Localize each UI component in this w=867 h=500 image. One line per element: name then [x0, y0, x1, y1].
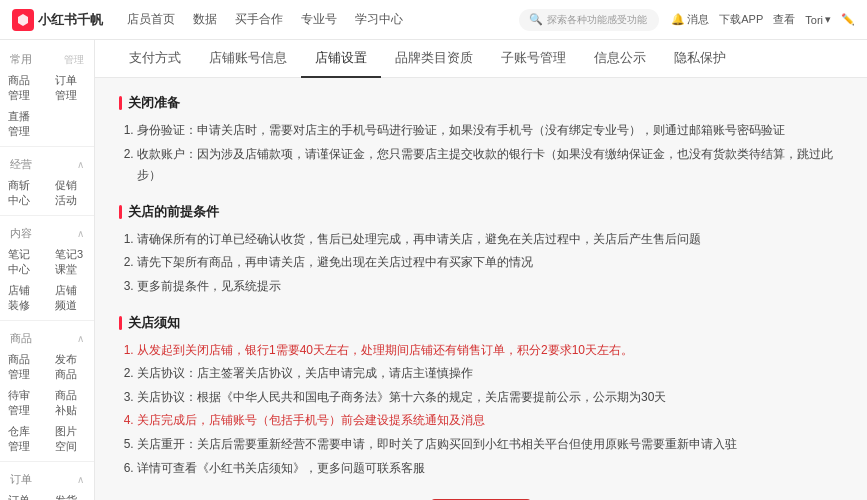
section-title-1: 关闭准备: [119, 94, 843, 112]
tab-privacy[interactable]: 隐私保护: [660, 40, 740, 78]
section-title-bar: [119, 96, 122, 110]
top-right-area: 🔔 消息 下载APP 查看 Tori ▾ ✏️: [671, 12, 855, 27]
sidebar-item-goods-mgmt[interactable]: 商品管理: [0, 70, 47, 106]
sidebar-section-order: 订单 ∧: [0, 466, 94, 490]
section-title-2: 关店的前提条件: [119, 203, 843, 221]
sidebar-section-content: 内容 ∧: [0, 220, 94, 244]
tab-brand-category[interactable]: 品牌类目资质: [381, 40, 487, 78]
sidebar-item-warehouse[interactable]: 仓库管理: [0, 421, 47, 457]
chevron-down-icon: ▾: [825, 13, 831, 26]
view-button[interactable]: 查看: [773, 12, 795, 27]
list-item: 详情可查看《小红书关店须知》，更多问题可联系客服: [137, 458, 843, 480]
list-item: 关店协议：店主签署关店协议，关店申请完成，请店主谨慎操作: [137, 363, 843, 385]
sidebar-goods-collapse[interactable]: ∧: [77, 333, 84, 344]
sidebar-item-publish-goods[interactable]: 发布商品: [47, 349, 94, 385]
tab-info-display[interactable]: 信息公示: [580, 40, 660, 78]
nav-link-home[interactable]: 店员首页: [119, 7, 183, 32]
sidebar: 常用 管理 商品管理 订单管理 直播管理 经营 ∧ 商斩中心 促销活动 内容 ∧…: [0, 40, 95, 500]
logo-icon: [12, 9, 34, 31]
sidebar-operation-collapse[interactable]: ∧: [77, 159, 84, 170]
search-placeholder: 探索各种功能感受功能: [547, 13, 647, 27]
sidebar-item-merchant-center[interactable]: 商斩中心: [0, 175, 47, 211]
sidebar-item-order-manage[interactable]: 订单管理: [0, 490, 47, 500]
section-content-3: 从发起到关闭店铺，银行1需要40天左右，处理期间店铺还有销售订单，积分2要求10…: [119, 340, 843, 480]
section-content-1: 身份验证：申请关店时，需要对店主的手机号码进行验证，如果没有手机号（没有绑定专业…: [119, 120, 843, 187]
section-close-preparation: 关闭准备 身份验证：申请关店时，需要对店主的手机号码进行验证，如果没有手机号（没…: [119, 94, 843, 187]
list-item: 身份验证：申请关店时，需要对店主的手机号码进行验证，如果没有手机号（没有绑定专业…: [137, 120, 843, 142]
sidebar-item-shop-decor[interactable]: 店铺装修: [0, 280, 47, 316]
sidebar-item-order-mgmt[interactable]: 订单管理: [47, 70, 94, 106]
section-content-2: 请确保所有的订单已经确认收货，售后已处理完成，再申请关店，避免在关店过程中，关店…: [119, 229, 843, 298]
nav-link-pro[interactable]: 专业号: [293, 7, 345, 32]
search-icon: 🔍: [529, 13, 543, 26]
download-app-button[interactable]: 下载APP: [719, 12, 763, 27]
section-title-bar-3: [119, 316, 122, 330]
edit-icon[interactable]: ✏️: [841, 13, 855, 26]
tab-payment[interactable]: 支付方式: [115, 40, 195, 78]
list-item: 更多前提条件，见系统提示: [137, 276, 843, 298]
list-item: 关店完成后，店铺账号（包括手机号）前会建设提系统通知及消息: [137, 410, 843, 432]
nav-link-learn[interactable]: 学习中心: [347, 7, 411, 32]
section-title-bar-2: [119, 205, 122, 219]
list-item: 关店重开：关店后需要重新经营不需要申请，即时关了店购买回到小红书相关平台但使用原…: [137, 434, 843, 456]
sidebar-common-items: 商品管理 订单管理 直播管理: [0, 70, 94, 142]
sidebar-order-collapse[interactable]: ∧: [77, 474, 84, 485]
sidebar-item-live-mgmt[interactable]: 直播管理: [0, 106, 47, 142]
logo-area: 小红书千帆: [12, 9, 103, 31]
page-content: 关闭准备 身份验证：申请关店时，需要对店主的手机号码进行验证，如果没有手机号（没…: [95, 78, 867, 500]
list-item: 收款账户：因为涉及店铺款项，请谨保证金，您只需要店主提交收款的银行卡（如果没有缴…: [137, 144, 843, 187]
sidebar-section-common-label: 常用: [10, 52, 32, 67]
sidebar-item-image-space[interactable]: 图片空间: [47, 421, 94, 457]
tab-shop-account[interactable]: 店铺账号信息: [195, 40, 301, 78]
nav-link-buyer[interactable]: 买手合作: [227, 7, 291, 32]
sidebar-item-promotion[interactable]: 促销活动: [47, 175, 94, 211]
sidebar-item-pending-review[interactable]: 待审管理: [0, 385, 47, 421]
section-notice: 关店须知 从发起到关闭店铺，银行1需要40天左右，处理期间店铺还有销售订单，积分…: [119, 314, 843, 480]
logo-text: 小红书千帆: [38, 11, 103, 29]
sidebar-section-operation: 经营 ∧: [0, 151, 94, 175]
list-item: 从发起到关闭店铺，银行1需要40天左右，处理期间店铺还有销售订单，积分2要求10…: [137, 340, 843, 362]
section-title-3: 关店须知: [119, 314, 843, 332]
search-bar[interactable]: 🔍 探索各种功能感受功能: [519, 9, 659, 31]
sidebar-item-goods-manage[interactable]: 商品管理: [0, 349, 47, 385]
list-item: 关店协议：根据《中华人民共和国电子商务法》第十六条的规定，关店需要提前公示，公示…: [137, 387, 843, 409]
user-name[interactable]: Tori ▾: [805, 13, 831, 26]
main-layout: 常用 管理 商品管理 订单管理 直播管理 经营 ∧ 商斩中心 促销活动 内容 ∧…: [0, 40, 867, 500]
tab-shop-settings[interactable]: 店铺设置: [301, 40, 381, 78]
sidebar-collapse-icon[interactable]: 管理: [64, 53, 84, 67]
message-icon[interactable]: 🔔 消息: [671, 12, 709, 27]
sidebar-item-notes-class[interactable]: 笔记3课堂: [47, 244, 94, 280]
nav-links: 店员首页 数据 买手合作 专业号 学习中心: [119, 7, 519, 32]
sidebar-item-goods-subsidy[interactable]: 商品补贴: [47, 385, 94, 421]
sidebar-section-goods: 商品 ∧: [0, 325, 94, 349]
sidebar-item-shop-channel[interactable]: 店铺频道: [47, 280, 94, 316]
top-navigation: 小红书千帆 店员首页 数据 买手合作 专业号 学习中心 🔍 探索各种功能感受功能…: [0, 0, 867, 40]
list-item: 请确保所有的订单已经确认收货，售后已处理完成，再申请关店，避免在关店过程中，关店…: [137, 229, 843, 251]
nav-link-data[interactable]: 数据: [185, 7, 225, 32]
list-item: 请先下架所有商品，再申请关店，避免出现在关店过程中有买家下单的情况: [137, 252, 843, 274]
sidebar-item-ship-manage[interactable]: 发货管理: [47, 490, 94, 500]
section-prerequisite: 关店的前提条件 请确保所有的订单已经确认收货，售后已处理完成，再申请关店，避免在…: [119, 203, 843, 298]
sidebar-item-notes-center[interactable]: 笔记中心: [0, 244, 47, 280]
sidebar-section-common: 常用 管理: [0, 46, 94, 70]
sidebar-content-collapse[interactable]: ∧: [77, 228, 84, 239]
tab-sub-account[interactable]: 子账号管理: [487, 40, 580, 78]
content-area: 支付方式 店铺账号信息 店铺设置 品牌类目资质 子账号管理 信息公示 隐私保护 …: [95, 40, 867, 500]
second-navigation: 支付方式 店铺账号信息 店铺设置 品牌类目资质 子账号管理 信息公示 隐私保护: [95, 40, 867, 78]
